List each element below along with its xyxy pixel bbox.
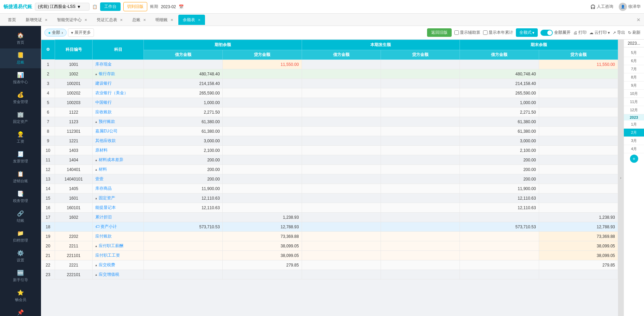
sidebar-item-salary[interactable]: 👷 工资 bbox=[0, 128, 41, 147]
format-button[interactable]: 全额式 ▾ bbox=[516, 28, 538, 37]
td-name[interactable]: 库存现金 bbox=[93, 60, 144, 69]
td-name[interactable]: ▴ 应付职工薪酬 bbox=[93, 241, 144, 251]
expand-icon[interactable]: ▴ bbox=[95, 158, 98, 162]
sidebar-item-purchase[interactable]: 📋 进销台账 bbox=[0, 167, 41, 187]
expand-icon[interactable]: ▴ bbox=[95, 168, 98, 171]
account-name-link[interactable]: 其他应收款 bbox=[95, 138, 116, 143]
account-name-link[interactable]: 应交税费 bbox=[99, 262, 115, 267]
cloud-print-action[interactable]: ☁ 云打印 ▾ bbox=[589, 30, 610, 35]
td-name[interactable]: 库存商品 bbox=[93, 184, 144, 193]
sidebar-item-guide[interactable]: 🆕 新手引导 bbox=[0, 266, 41, 286]
side-month-11[interactable]: 11月 bbox=[624, 98, 644, 106]
refresh-action[interactable]: ↻ 刷新 bbox=[628, 30, 641, 35]
expand-icon[interactable]: ▴ bbox=[95, 263, 98, 267]
user-item[interactable]: 👤 徐泽华 bbox=[619, 3, 641, 11]
account-name-link[interactable]: 嘉属EU公司 bbox=[95, 129, 118, 133]
td-name[interactable]: 建设银行 bbox=[93, 79, 144, 88]
expand-icon[interactable]: ▴ bbox=[95, 244, 98, 248]
expand-icon[interactable]: ▴ bbox=[95, 196, 98, 200]
show-aux-checkbox[interactable]: 显示辅助算 bbox=[454, 30, 480, 35]
account-name-link[interactable]: 应收账款 bbox=[95, 110, 112, 114]
return-button[interactable]: 返回旧版 bbox=[427, 28, 452, 37]
account-name-link[interactable]: 预付账款 bbox=[99, 119, 115, 124]
account-name-link[interactable]: 材料 bbox=[99, 167, 107, 172]
settings-icon[interactable]: ⚙ bbox=[46, 47, 50, 52]
sidebar-item-home[interactable]: 🏠 首页 bbox=[0, 29, 41, 48]
calendar-icon[interactable]: 📅 bbox=[179, 4, 184, 9]
account-name-link[interactable]: 壹壹 bbox=[95, 176, 104, 181]
side-month-9[interactable]: 9月 bbox=[624, 82, 644, 90]
tab-detail[interactable]: 明细账 ✕ bbox=[151, 15, 178, 25]
td-name[interactable]: 壹壹 bbox=[93, 174, 144, 184]
td-name[interactable]: 嘉属EU公司 bbox=[93, 127, 144, 136]
tab-new-voucher[interactable]: 新增凭证 ✕ bbox=[21, 15, 52, 25]
tab-voucher-summary[interactable]: 凭证汇总表 ✕ bbox=[92, 15, 127, 25]
account-name-link[interactable]: 库存商品 bbox=[95, 186, 112, 191]
expand-button[interactable]: ▾ 展开更多 bbox=[68, 28, 94, 37]
export-action[interactable]: ↗ 导出 bbox=[613, 30, 625, 35]
consult-item[interactable]: 🎧 人工咨询 bbox=[590, 4, 613, 10]
sidebar-item-member[interactable]: ⭐ 畅会员 bbox=[0, 286, 41, 306]
td-name[interactable]: 原材料 bbox=[93, 146, 144, 155]
sidebar-item-pin[interactable]: 📌 取消固定 bbox=[0, 306, 41, 316]
account-name-link[interactable]: 应交增值税 bbox=[99, 272, 119, 277]
copy-icon[interactable]: 📋 bbox=[92, 4, 97, 9]
table-wrapper[interactable]: ⚙ 科目编号 科目 期初余额 本 bbox=[41, 40, 618, 316]
td-name[interactable]: ▴ 材料成本差异 bbox=[93, 155, 144, 165]
account-name-link[interactable]: 农业银行（美金） bbox=[95, 90, 128, 95]
workbench-button[interactable]: 工作台 bbox=[100, 2, 121, 11]
td-name[interactable]: ▴ 应交增值税 bbox=[93, 270, 144, 279]
tab-smart-voucher[interactable]: 智能凭证中心 ✕ bbox=[53, 15, 92, 25]
td-name[interactable]: ▴ 固定资产 bbox=[93, 193, 144, 203]
expand-icon[interactable]: ▴ bbox=[95, 273, 98, 276]
account-name-link[interactable]: 建设银行 bbox=[95, 81, 112, 86]
side-month-1[interactable]: 1月 bbox=[624, 120, 644, 129]
tab-balance[interactable]: 余额表 ✕ bbox=[178, 15, 205, 25]
account-name-link[interactable]: 累计折旧 bbox=[95, 215, 112, 219]
side-month-5[interactable]: 5月 bbox=[624, 49, 644, 57]
account-name-link[interactable]: 应付账款 bbox=[95, 234, 112, 239]
td-name[interactable]: 🏷 资产小计 bbox=[93, 222, 144, 232]
account-name-link[interactable]: 中国银行 bbox=[95, 100, 112, 105]
account-name-link[interactable]: 原材料 bbox=[95, 148, 108, 153]
account-name-link[interactable]: 材料成本差异 bbox=[99, 157, 123, 162]
account-name-link[interactable]: 固定资产 bbox=[99, 196, 115, 200]
sidebar-item-invoice[interactable]: 🧾 发票管理 bbox=[0, 147, 41, 167]
tab-voucher-summary-close[interactable]: ✕ bbox=[120, 18, 123, 22]
account-name-link[interactable]: 库存现金 bbox=[95, 62, 112, 67]
expand-all-toggle[interactable]: 全部展开 bbox=[540, 30, 571, 36]
account-name-link[interactable]: 应付职工工资 bbox=[95, 253, 120, 258]
toggle-track[interactable] bbox=[540, 30, 553, 36]
td-name[interactable]: 累计折旧 bbox=[93, 213, 144, 222]
filter-tag[interactable]: ● 全部 › bbox=[44, 29, 67, 37]
tab-new-voucher-close[interactable]: ✕ bbox=[45, 18, 47, 22]
switch-version-button[interactable]: 切到旧版 bbox=[123, 2, 147, 11]
tab-balance-close[interactable]: ✕ bbox=[198, 18, 201, 22]
side-month-3[interactable]: 3月 bbox=[624, 137, 644, 145]
td-name[interactable]: ▴ 银行存款 bbox=[93, 69, 144, 79]
td-name[interactable]: 中国银行 bbox=[93, 98, 144, 107]
td-name[interactable]: ▴ 材料 bbox=[93, 165, 144, 174]
account-name-link[interactable]: 🏷 资产小计 bbox=[95, 224, 117, 229]
tab-smart-close[interactable]: ✕ bbox=[84, 18, 87, 22]
tab-ledger[interactable]: 总账 ✕ bbox=[128, 15, 150, 25]
company-selector[interactable]: (劣前) 江西股金-LSS ▼ bbox=[35, 3, 90, 11]
side-month-12[interactable]: 12月 bbox=[624, 106, 644, 114]
td-name[interactable]: 农业银行（美金） bbox=[93, 88, 144, 98]
side-month-8[interactable]: 8月 bbox=[624, 73, 644, 82]
sidebar-item-settings[interactable]: ⚙️ 设置 bbox=[0, 246, 41, 266]
sidebar-item-archive[interactable]: 📁 归档管理 bbox=[0, 227, 41, 246]
window-close-button[interactable]: ✕ bbox=[636, 17, 641, 23]
sidebar-item-report[interactable]: 📊 报表中心 bbox=[0, 68, 41, 88]
expand-icon[interactable]: ▴ bbox=[95, 120, 98, 124]
show-ytd-checkbox[interactable]: 显示本年累计 bbox=[483, 30, 513, 35]
expand-icon[interactable]: ▴ bbox=[95, 72, 98, 76]
tab-ledger-close[interactable]: ✕ bbox=[143, 18, 146, 22]
side-collapse-button[interactable]: › bbox=[618, 40, 624, 316]
account-name-link[interactable]: 能提显记本 bbox=[95, 205, 116, 210]
side-month-7[interactable]: 7月 bbox=[624, 65, 644, 73]
account-name-link[interactable]: 应付职工薪酬 bbox=[99, 243, 123, 248]
td-name[interactable]: 应收账款 bbox=[93, 107, 144, 117]
sidebar-item-fund[interactable]: 💰 资金管理 bbox=[0, 88, 41, 108]
td-name[interactable]: 其他应收款 bbox=[93, 136, 144, 146]
